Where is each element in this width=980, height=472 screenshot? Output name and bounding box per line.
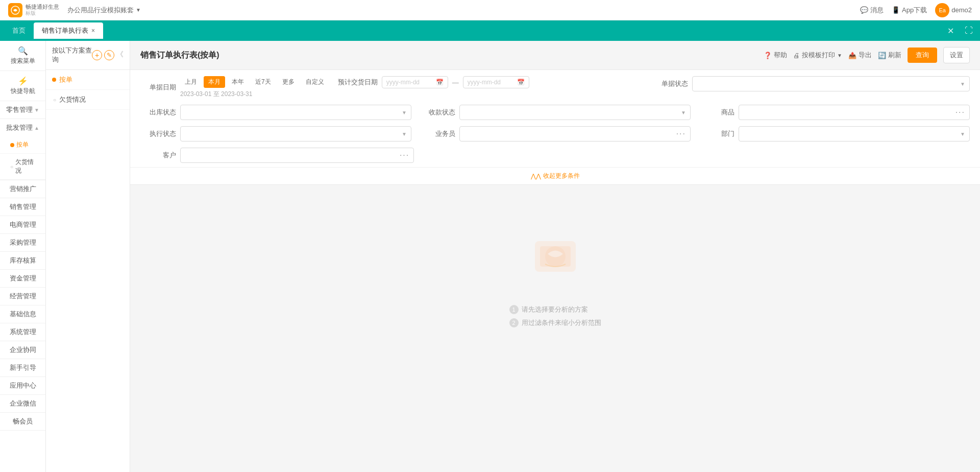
date-tab-more[interactable]: 更多 — [278, 76, 299, 88]
company-dropdown[interactable]: 办公用品行业模拟账套 ▼ — [63, 4, 145, 17]
sidebar-sub-item-backorder[interactable]: ○ 欠货情况 — [0, 154, 45, 180]
customer-dots-icon[interactable]: ··· — [400, 151, 409, 160]
outbound-label: 出库状态 — [140, 108, 176, 117]
salesman-label: 业务员 — [420, 129, 455, 138]
message-button[interactable]: 💬 消息 — [860, 6, 884, 15]
sidebar-item-sales[interactable]: 销售管理 — [0, 198, 45, 216]
date-tabs: 上月 本月 本年 近7天 更多 自定义 — [180, 76, 329, 88]
expected-date-label: 预计交货日期 — [337, 78, 378, 87]
edit-scheme-button[interactable]: ✎ — [104, 50, 114, 60]
sidebar-item-newbie[interactable]: 新手引导 — [0, 359, 45, 377]
sidebar-item-system[interactable]: 系统管理 — [0, 323, 45, 341]
content-header: 销售订单执行表(按单) ❓ 帮助 🖨 按模板打印 ▼ 📤 导出 — [130, 41, 980, 70]
order-status-label: 单据状态 — [657, 79, 688, 88]
quicknav-icon: ⚡ — [18, 76, 28, 86]
sidebar-item-finance[interactable]: 资金管理 — [0, 270, 45, 288]
active-dot — [10, 143, 14, 147]
collapse-button[interactable]: ⋀⋀ 收起更多条件 — [130, 167, 980, 184]
main-layout: 🔍 搜索菜单 ⚡ 快捷导航 零售管理 ▼ 批发管理 ▲ 按单 ○ — [0, 41, 980, 472]
hint-number-1: 1 — [509, 305, 519, 314]
date-tab-7days[interactable]: 近7天 — [251, 76, 276, 88]
product-dots-icon[interactable]: ··· — [955, 108, 965, 117]
date-label: 单据日期 — [140, 83, 176, 92]
receipt-label: 收款状态 — [420, 108, 455, 117]
search-icon: 🔍 — [18, 46, 28, 56]
collapse-left-panel-button[interactable]: 《 — [116, 50, 124, 60]
order-status-select[interactable]: ▼ — [692, 76, 970, 91]
sidebar-item-operations[interactable]: 经营管理 — [0, 288, 45, 305]
exec-arrow-icon: ▼ — [402, 131, 407, 137]
sidebar-item-marketing[interactable]: 营销推广 — [0, 180, 45, 198]
tab-bar: 首页 销售订单执行表 × ✕ ⛶ — [0, 20, 980, 41]
close-window-button[interactable]: ✕ — [943, 23, 958, 38]
sub-icon: ○ — [10, 164, 13, 170]
settings-button[interactable]: 设置 — [943, 47, 970, 63]
expected-date-end[interactable]: yyyy-mm-dd 📅 — [463, 76, 529, 88]
company-name: 办公用品行业模拟账套 — [67, 6, 134, 15]
date-range-display: 2023-03-01 至 2023-03-31 — [180, 90, 329, 99]
department-select[interactable]: ▼ — [739, 126, 970, 141]
date-tab-custom[interactable]: 自定义 — [301, 76, 329, 88]
empty-hint-1: 1 请先选择要分析的方案 — [509, 305, 601, 314]
date-tab-this-year[interactable]: 本年 — [227, 76, 249, 88]
sidebar-item-enterprise[interactable]: 企业协同 — [0, 341, 45, 359]
maximize-button[interactable]: ⛶ — [962, 23, 976, 38]
sidebar-item-basic[interactable]: 基础信息 — [0, 305, 45, 323]
exec-status-select[interactable]: ▼ — [180, 126, 411, 141]
salesman-select[interactable]: ··· — [459, 126, 691, 141]
sidebar-item-purchase[interactable]: 采购管理 — [0, 234, 45, 252]
sidebar-item-quick-nav[interactable]: ⚡ 快捷导航 — [0, 71, 45, 101]
tab-sales-execution[interactable]: 销售订单执行表 × — [34, 22, 103, 39]
expected-date-start[interactable]: yyyy-mm-dd 📅 — [382, 76, 448, 88]
chevron-icon: ▼ — [34, 107, 39, 113]
tab-home[interactable]: 首页 — [4, 22, 34, 39]
active-item-dot — [52, 78, 56, 82]
left-panel-item-backorder[interactable]: ○ 欠货情况 — [46, 90, 130, 110]
date-tab-this-month[interactable]: 本月 — [204, 76, 225, 88]
query-button[interactable]: 查询 — [908, 48, 937, 63]
sidebar-item-ecommerce[interactable]: 电商管理 — [0, 216, 45, 234]
user-menu[interactable]: Ea demo2 — [935, 3, 972, 17]
hint-number-2: 2 — [509, 318, 519, 327]
date-separator: — — [452, 79, 459, 86]
main-body: 销售订单执行表(按单) ❓ 帮助 🖨 按模板打印 ▼ 📤 导出 — [130, 41, 980, 472]
header-left: 畅捷通好生意 标版 办公用品行业模拟账套 ▼ — [8, 3, 145, 17]
outbound-status-select[interactable]: ▼ — [180, 105, 411, 120]
sidebar-item-wholesale: 批发管理 ▲ 按单 ○ 欠货情况 — [0, 119, 45, 180]
sidebar-item-wechat[interactable]: 企业微信 — [0, 395, 45, 413]
department-label: 部门 — [699, 129, 734, 138]
logo-icon — [8, 3, 22, 17]
export-icon: 📤 — [848, 52, 856, 59]
help-button[interactable]: ❓ 帮助 — [764, 51, 787, 60]
customer-select[interactable]: ··· — [180, 148, 414, 163]
app-download-button[interactable]: 📱 App下载 — [892, 6, 927, 15]
left-panel-title: 按以下方案查询 — [52, 46, 92, 64]
tab-bar-actions: ✕ ⛶ — [943, 23, 976, 38]
product-select[interactable]: ··· — [739, 105, 970, 120]
salesman-dots-icon[interactable]: ··· — [676, 129, 686, 138]
wholesale-header[interactable]: 批发管理 ▲ — [0, 119, 45, 136]
sidebar-item-member[interactable]: 畅会员 — [0, 413, 45, 431]
print-button[interactable]: 🖨 按模板打印 ▼ — [793, 51, 842, 60]
date-tab-last-month[interactable]: 上月 — [180, 76, 202, 88]
receipt-status-select[interactable]: ▼ — [459, 105, 691, 120]
export-button[interactable]: 📤 导出 — [848, 51, 872, 60]
exec-status-label: 执行状态 — [140, 129, 176, 138]
empty-hint-2: 2 用过滤条件来缩小分析范围 — [509, 318, 601, 327]
avatar: Ea — [935, 3, 949, 17]
sidebar-item-retail[interactable]: 零售管理 ▼ — [0, 101, 45, 119]
empty-illustration — [525, 226, 586, 297]
sidebar-item-inventory[interactable]: 库存核算 — [0, 252, 45, 270]
tab-close-icon[interactable]: × — [91, 27, 95, 34]
help-icon: ❓ — [764, 52, 772, 59]
sidebar-item-apps[interactable]: 应用中心 — [0, 377, 45, 395]
sidebar-item-search[interactable]: 🔍 搜索菜单 — [0, 41, 45, 71]
top-header: 畅捷通好生意 标版 办公用品行业模拟账套 ▼ 💬 消息 📱 App下载 Ea d… — [0, 0, 980, 20]
select-arrow-icon: ▼ — [960, 81, 965, 87]
left-panel-item-order[interactable]: 按单 — [46, 70, 130, 90]
refresh-button[interactable]: 🔄 刷新 — [878, 51, 901, 60]
calendar-icon: 📅 — [436, 79, 444, 86]
add-scheme-button[interactable]: + — [92, 50, 102, 60]
sidebar-sub-item-order[interactable]: 按单 — [0, 136, 45, 154]
download-icon: 📱 — [892, 6, 900, 14]
